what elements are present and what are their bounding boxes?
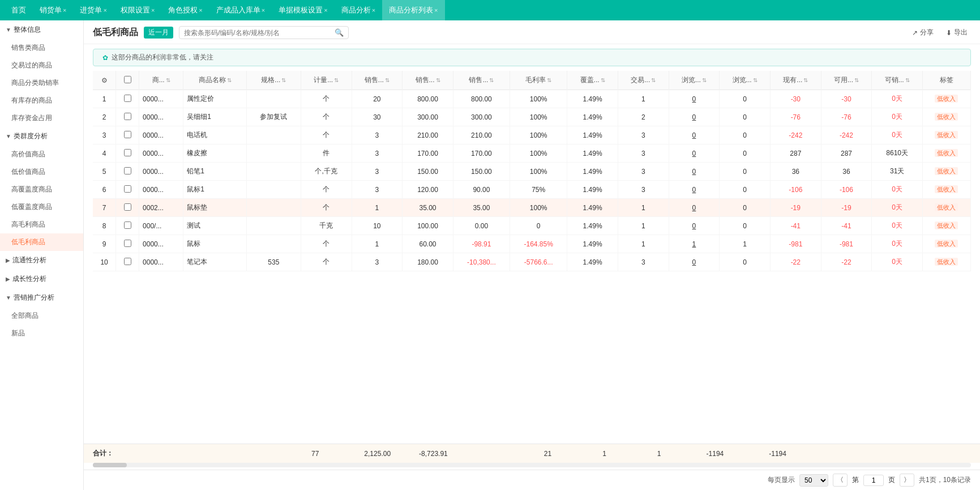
scroll-thumb[interactable] bbox=[93, 463, 127, 467]
sort-icon-avail[interactable]: ⇅ bbox=[854, 77, 859, 83]
cell-name[interactable]: 鼠标 bbox=[183, 235, 247, 253]
sort-icon-tx[interactable]: ⇅ bbox=[651, 77, 656, 83]
nav-item-sales[interactable]: 销货单 × bbox=[33, 0, 73, 20]
row-checkbox[interactable] bbox=[124, 95, 131, 102]
sidebar-item-low-value[interactable]: 低价值商品 bbox=[0, 163, 83, 181]
row-checkbox[interactable] bbox=[124, 149, 131, 156]
nav-close-templates[interactable]: × bbox=[324, 7, 327, 14]
sort-icon-code[interactable]: ⇅ bbox=[166, 77, 170, 83]
cell-view1[interactable]: 0 bbox=[669, 253, 720, 271]
sidebar-item-stocked-goods[interactable]: 有库存的商品 bbox=[0, 92, 83, 109]
cell-name[interactable]: 橡皮擦 bbox=[183, 144, 247, 163]
sort-icon-stock[interactable]: ⇅ bbox=[803, 77, 808, 83]
nav-close-products[interactable]: × bbox=[262, 7, 265, 14]
sidebar-item-high-margin[interactable]: 高毛利商品 bbox=[0, 216, 83, 233]
row-checkbox[interactable] bbox=[124, 203, 131, 211]
nav-item-home[interactable]: 首页 bbox=[5, 0, 33, 20]
cell-checkbox[interactable] bbox=[116, 235, 139, 253]
cell-name[interactable]: 电话机 bbox=[183, 126, 247, 144]
export-button[interactable]: ⬇ 导出 bbox=[943, 26, 971, 39]
cell-checkbox[interactable] bbox=[116, 144, 139, 163]
sidebar-item-new-goods[interactable]: 新品 bbox=[0, 325, 83, 342]
cell-view1[interactable]: 0 bbox=[669, 126, 720, 144]
sidebar-item-category-rate[interactable]: 商品分类助销率 bbox=[0, 74, 83, 92]
sidebar-item-high-coverage[interactable]: 高覆盖度商品 bbox=[0, 181, 83, 198]
row-checkbox[interactable] bbox=[124, 240, 131, 247]
sidebar-item-sales-goods[interactable]: 销售类商品 bbox=[0, 39, 83, 57]
sort-icon-v1[interactable]: ⇅ bbox=[702, 77, 707, 83]
next-page-button[interactable]: 〉 bbox=[900, 474, 914, 487]
page-size-select[interactable]: 50 100 200 bbox=[799, 474, 828, 487]
cell-checkbox[interactable] bbox=[116, 181, 139, 199]
sidebar-group-growth[interactable]: ▶ 成长性分析 bbox=[0, 270, 83, 288]
row-checkbox[interactable] bbox=[124, 221, 131, 229]
sidebar-item-low-margin[interactable]: 低毛利商品 bbox=[0, 233, 83, 251]
sort-icon-amount[interactable]: ⇅ bbox=[436, 77, 440, 83]
row-checkbox[interactable] bbox=[124, 185, 131, 193]
sort-icon-qty[interactable]: ⇅ bbox=[385, 77, 390, 83]
cell-name[interactable]: 铅笔1 bbox=[183, 163, 247, 181]
sidebar-item-traded-goods[interactable]: 交易过的商品 bbox=[0, 57, 83, 74]
page-number-input[interactable] bbox=[863, 475, 884, 486]
nav-close-analysis-list[interactable]: × bbox=[434, 7, 438, 14]
cell-view1[interactable]: 0 bbox=[669, 217, 720, 235]
row-checkbox[interactable] bbox=[124, 258, 131, 265]
sidebar-item-all-goods[interactable]: 全部商品 bbox=[0, 307, 83, 325]
cell-view1[interactable]: 0 bbox=[669, 108, 720, 126]
cell-checkbox[interactable] bbox=[116, 163, 139, 181]
search-input[interactable] bbox=[184, 29, 335, 37]
nav-close-permissions[interactable]: × bbox=[151, 7, 155, 14]
row-checkbox[interactable] bbox=[124, 113, 131, 120]
cell-checkbox[interactable] bbox=[116, 199, 139, 217]
nav-item-products[interactable]: 产成品入库单 × bbox=[209, 0, 272, 20]
nav-close-roles[interactable]: × bbox=[199, 7, 202, 14]
sidebar-group-circulation[interactable]: ▶ 流通性分析 bbox=[0, 251, 83, 270]
cell-name[interactable]: 属性定价 bbox=[183, 90, 247, 108]
nav-item-permissions[interactable]: 权限设置 × bbox=[114, 0, 161, 20]
share-button[interactable]: ↗ 分享 bbox=[909, 26, 937, 39]
cell-checkbox[interactable] bbox=[116, 253, 139, 271]
row-checkbox[interactable] bbox=[124, 167, 131, 174]
sidebar-group-overall[interactable]: ▼ 整体信息 bbox=[0, 20, 83, 39]
col-settings[interactable]: ⚙ bbox=[93, 71, 116, 90]
sort-icon-name[interactable]: ⇅ bbox=[227, 77, 232, 83]
sort-icon-profit[interactable]: ⇅ bbox=[489, 77, 494, 83]
cell-name[interactable]: 鼠标1 bbox=[183, 181, 247, 199]
cell-name[interactable]: 鼠标垫 bbox=[183, 199, 247, 217]
nav-close-purchase[interactable]: × bbox=[103, 7, 106, 14]
sort-icon-spec[interactable]: ⇅ bbox=[281, 77, 286, 83]
nav-item-analysis[interactable]: 商品分析 × bbox=[335, 0, 382, 20]
sort-icon-coverage[interactable]: ⇅ bbox=[601, 77, 605, 83]
sidebar-group-marketing[interactable]: ▼ 营销推广分析 bbox=[0, 288, 83, 307]
nav-close-analysis[interactable]: × bbox=[372, 7, 375, 14]
cell-name[interactable]: 测试 bbox=[183, 217, 247, 235]
cell-view1[interactable]: 0 bbox=[669, 199, 720, 217]
cell-view1[interactable]: 0 bbox=[669, 90, 720, 108]
sidebar-item-high-value[interactable]: 高价值商品 bbox=[0, 146, 83, 163]
cell-name[interactable]: 吴细细1 bbox=[183, 108, 247, 126]
cell-name[interactable]: 笔记本 bbox=[183, 253, 247, 271]
cell-checkbox[interactable] bbox=[116, 126, 139, 144]
sidebar-group-cluster[interactable]: ▼ 类群度分析 bbox=[0, 127, 83, 146]
sort-icon-unit[interactable]: ⇅ bbox=[334, 77, 339, 83]
sort-icon-margin[interactable]: ⇅ bbox=[547, 77, 551, 83]
cell-view1[interactable]: 0 bbox=[669, 163, 720, 181]
row-checkbox[interactable] bbox=[124, 131, 131, 138]
cell-view1[interactable]: 0 bbox=[669, 144, 720, 163]
select-all-checkbox[interactable] bbox=[124, 76, 131, 83]
nav-close-sales[interactable]: × bbox=[63, 7, 66, 14]
nav-item-analysis-list[interactable]: 商品分析列表 × bbox=[382, 0, 444, 20]
nav-item-roles[interactable]: 角色授权 × bbox=[161, 0, 209, 20]
nav-item-purchase[interactable]: 进货单 × bbox=[73, 0, 113, 20]
search-icon[interactable]: 🔍 bbox=[335, 28, 344, 37]
cell-checkbox[interactable] bbox=[116, 217, 139, 235]
cell-view1[interactable]: 0 bbox=[669, 181, 720, 199]
prev-page-button[interactable]: 〈 bbox=[833, 474, 848, 487]
sidebar-item-low-coverage[interactable]: 低覆盖度商品 bbox=[0, 198, 83, 216]
sidebar-item-inventory-funds[interactable]: 库存资金占用 bbox=[0, 109, 83, 127]
filter-tag-month[interactable]: 近一月 bbox=[144, 27, 173, 39]
cell-checkbox[interactable] bbox=[116, 90, 139, 108]
sort-icon-sell[interactable]: ⇅ bbox=[905, 77, 910, 83]
cell-view1[interactable]: 1 bbox=[669, 235, 720, 253]
nav-item-templates[interactable]: 单据模板设置 × bbox=[272, 0, 334, 20]
